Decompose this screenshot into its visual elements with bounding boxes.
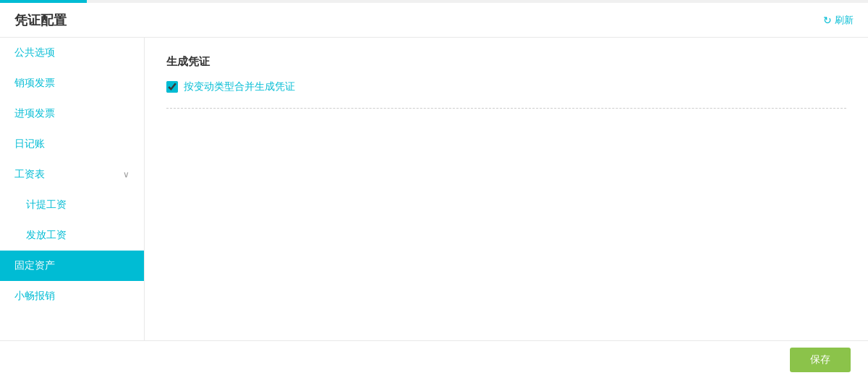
- checkbox-row: 按变动类型合并生成凭证: [166, 80, 846, 93]
- sidebar-label-public-options: 公共选项: [14, 46, 55, 59]
- sidebar-item-sales-invoice[interactable]: 销项发票: [0, 68, 144, 98]
- sidebar-item-pay-payroll[interactable]: 发放工资: [0, 220, 144, 251]
- top-bar-active-indicator: [0, 0, 87, 3]
- merge-checkbox[interactable]: [166, 81, 178, 93]
- sidebar-label-sales-invoice: 销项发票: [14, 77, 55, 90]
- sidebar-label-payroll-table: 工资表: [14, 168, 45, 181]
- sidebar-item-calc-payroll[interactable]: 计提工资: [0, 190, 144, 220]
- sidebar-label-purchase-invoice: 进项发票: [14, 107, 55, 120]
- sidebar-label-calc-payroll: 计提工资: [26, 198, 67, 211]
- sidebar: 公共选项销项发票进项发票日记账工资表∨计提工资发放工资固定资产小畅报销: [0, 38, 145, 340]
- divider: [166, 108, 846, 109]
- save-button[interactable]: 保存: [790, 348, 851, 372]
- top-bar: [0, 0, 868, 3]
- sidebar-label-journal: 日记账: [14, 138, 45, 151]
- main-layout: 公共选项销项发票进项发票日记账工资表∨计提工资发放工资固定资产小畅报销 生成凭证…: [0, 38, 868, 340]
- merge-checkbox-label[interactable]: 按变动类型合并生成凭证: [184, 80, 295, 93]
- refresh-icon: ↻: [823, 14, 832, 26]
- sidebar-item-payroll-table[interactable]: 工资表∨: [0, 159, 144, 190]
- chevron-down-icon: ∨: [123, 169, 129, 180]
- sidebar-label-expense-report: 小畅报销: [14, 290, 55, 303]
- refresh-button[interactable]: ↻ 刷新: [823, 14, 854, 27]
- content-area: 生成凭证 按变动类型合并生成凭证: [145, 38, 868, 340]
- sidebar-item-public-options[interactable]: 公共选项: [0, 38, 144, 68]
- section-title: 生成凭证: [166, 55, 846, 69]
- sidebar-label-pay-payroll: 发放工资: [26, 229, 67, 242]
- header: 凭证配置 ↻ 刷新: [0, 3, 868, 38]
- sidebar-item-expense-report[interactable]: 小畅报销: [0, 281, 144, 311]
- refresh-label: 刷新: [835, 14, 854, 27]
- sidebar-label-fixed-assets: 固定资产: [14, 259, 55, 272]
- sidebar-item-journal[interactable]: 日记账: [0, 129, 144, 159]
- sidebar-item-fixed-assets[interactable]: 固定资产: [0, 251, 144, 281]
- page-title: 凭证配置: [14, 12, 67, 29]
- footer: 保存: [0, 340, 868, 378]
- sidebar-item-purchase-invoice[interactable]: 进项发票: [0, 98, 144, 129]
